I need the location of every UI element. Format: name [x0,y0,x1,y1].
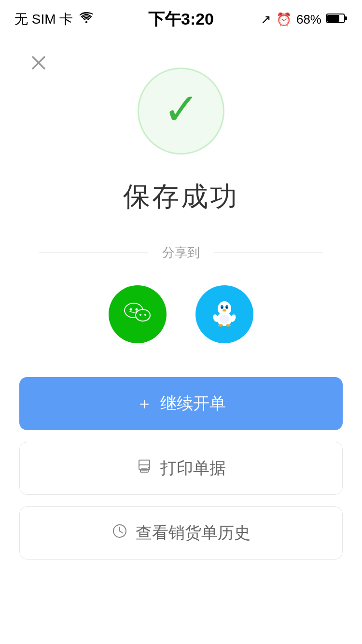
print-label: 打印单据 [160,457,226,479]
success-icon-circle: ✓ [138,68,224,154]
close-button[interactable] [24,48,53,77]
svg-rect-28 [139,465,150,470]
battery-percentage: 68% [296,12,321,27]
history-label: 查看销货单历史 [136,522,251,544]
status-left: 无 SIM 卡 [14,10,93,28]
svg-point-11 [136,310,150,321]
share-icons-row [109,285,253,343]
svg-point-29 [148,467,150,469]
qq-share-button[interactable] [195,285,253,343]
carrier-text: 无 SIM 卡 [14,10,73,28]
history-button[interactable]: 查看销货单历史 [19,506,343,560]
divider-left [39,252,148,253]
share-label: 分享到 [148,244,214,261]
svg-point-22 [218,324,223,326]
svg-point-13 [144,314,146,316]
time-display: 下午3:20 [148,8,214,30]
svg-rect-3 [327,15,339,22]
svg-point-9 [136,308,138,310]
svg-line-34 [120,531,123,533]
continue-button[interactable]: ＋ 继续开单 [19,377,343,430]
continue-label: 继续开单 [160,392,226,415]
print-icon [136,458,153,478]
status-right: ↗ ⏰ 68% [261,12,348,27]
checkmark-icon: ✓ [163,87,199,131]
battery-icon [326,12,348,27]
svg-point-0 [85,21,87,23]
share-divider: 分享到 [0,244,362,261]
svg-point-21 [220,315,229,323]
status-bar: 无 SIM 卡 下午3:20 ↗ ⏰ 68% [0,0,362,39]
clock-icon [111,523,128,543]
wechat-share-button[interactable] [109,285,167,343]
svg-point-19 [223,309,226,311]
location-icon: ↗ [261,12,271,27]
print-button[interactable]: 打印单据 [19,442,343,495]
wechat-icon [121,297,154,332]
qq-icon [208,297,241,332]
plus-icon: ＋ [136,392,153,415]
svg-point-8 [130,308,132,310]
svg-point-23 [226,324,231,326]
action-buttons: ＋ 继续开单 打印单据 [0,377,362,560]
main-content: ✓ 保存成功 分享到 [0,39,362,560]
divider-right [214,252,323,253]
svg-point-12 [139,314,141,316]
svg-point-18 [226,307,228,308]
svg-rect-2 [345,16,347,20]
success-title: 保存成功 [123,179,239,215]
svg-point-17 [222,307,223,308]
wifi-icon [80,12,93,27]
alarm-icon: ⏰ [276,12,292,27]
